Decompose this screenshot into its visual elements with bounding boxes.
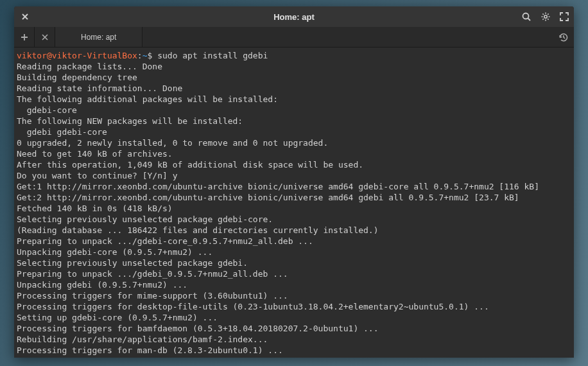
history-button[interactable] [553, 27, 574, 47]
terminal-output[interactable]: viktor@viktor-VirtualBox:~$ sudo apt ins… [14, 48, 574, 358]
fullscreen-icon [560, 12, 569, 21]
titlebar: Home: apt [14, 6, 574, 27]
terminal-window: Home: apt Home: apt viktor@viktor-Virtua… [14, 6, 574, 358]
search-button[interactable] [521, 12, 532, 22]
plus-icon [21, 33, 28, 41]
history-icon [558, 32, 569, 42]
window-title: Home: apt [273, 12, 315, 22]
close-icon [21, 13, 29, 21]
fullscreen-button[interactable] [560, 12, 569, 21]
close-icon [42, 34, 48, 40]
prompt-user: viktor@viktor-VirtualBox [17, 51, 137, 60]
tabbar: Home: apt [14, 27, 574, 48]
tab-home-apt[interactable]: Home: apt [55, 27, 143, 47]
settings-button[interactable] [540, 12, 551, 22]
command-text: sudo apt install gdebi [152, 51, 268, 60]
tab-label: Home: apt [81, 33, 116, 42]
search-icon [521, 12, 532, 22]
close-button[interactable] [19, 11, 31, 22]
prompt-path: ~ [143, 51, 148, 60]
prompt-sep: : [137, 51, 143, 60]
gear-icon [540, 12, 551, 22]
output-lines: Reading package lists... Done Building d… [17, 62, 539, 355]
svg-point-0 [523, 13, 529, 19]
svg-point-1 [544, 15, 547, 18]
close-tab-button[interactable] [35, 27, 55, 47]
new-tab-button[interactable] [14, 27, 35, 47]
